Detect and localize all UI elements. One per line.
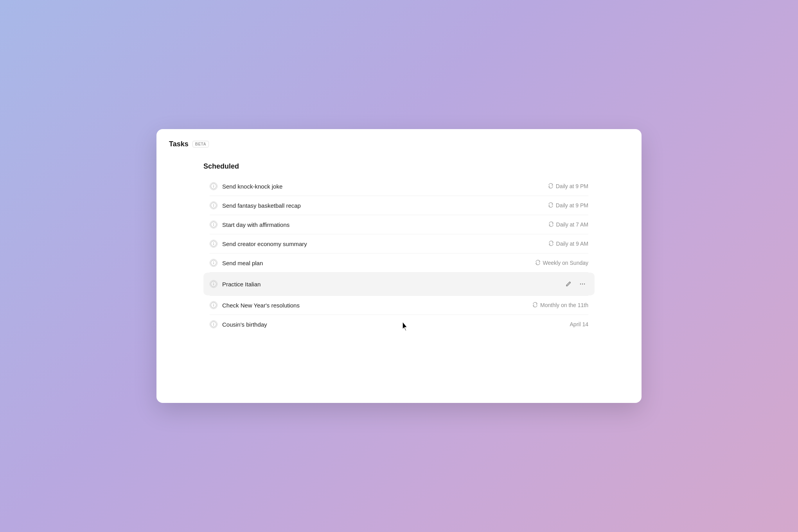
schedule-text: April 14: [570, 321, 588, 327]
task-row[interactable]: Send creator economy summaryDaily at 9 A…: [203, 234, 595, 253]
task-info-icon[interactable]: [210, 320, 217, 328]
schedule-text: Daily at 9 PM: [556, 202, 588, 208]
task-name: Send fantasy basketball recap: [222, 202, 301, 209]
task-schedule: Daily at 7 AM: [548, 221, 588, 228]
repeat-icon: [548, 221, 554, 228]
repeat-icon: [548, 183, 554, 190]
task-info-icon[interactable]: [210, 280, 217, 288]
main-content: Scheduled Send knock-knock jokeDaily at …: [156, 155, 642, 341]
task-name: Send knock-knock joke: [222, 183, 282, 190]
svg-point-1: [213, 185, 214, 186]
repeat-icon: [535, 260, 541, 266]
svg-rect-26: [213, 324, 214, 326]
task-left: Start day with affirmations: [210, 221, 289, 228]
task-info-icon[interactable]: [210, 240, 217, 248]
schedule-text: Daily at 7 AM: [556, 221, 588, 228]
task-left: Send knock-knock joke: [210, 182, 282, 190]
task-row[interactable]: Send meal planWeekly on Sunday: [203, 253, 595, 272]
svg-point-13: [213, 262, 214, 262]
edit-button[interactable]: [563, 278, 574, 290]
svg-point-10: [213, 243, 214, 243]
svg-rect-2: [213, 186, 214, 188]
schedule-text: Monthly on the 11th: [540, 302, 588, 308]
svg-rect-17: [213, 284, 214, 286]
window-header: Tasks BETA: [156, 129, 642, 155]
task-schedule: Monthly on the 11th: [532, 302, 588, 309]
app-title: Tasks: [169, 140, 189, 148]
schedule-text: Daily at 9 PM: [556, 183, 588, 189]
svg-point-25: [213, 323, 214, 324]
task-schedule: April 14: [570, 321, 588, 327]
task-left: Send creator economy summary: [210, 240, 307, 248]
section-title: Scheduled: [203, 162, 595, 171]
svg-point-18: [580, 284, 581, 284]
task-right: Weekly on Sunday: [535, 260, 588, 266]
svg-rect-11: [213, 244, 214, 245]
task-row[interactable]: Cousin's birthdayApril 14: [203, 315, 595, 334]
svg-point-19: [582, 284, 583, 284]
task-info-icon[interactable]: [210, 301, 217, 309]
task-info-icon[interactable]: [210, 221, 217, 228]
task-schedule: Daily at 9 AM: [548, 241, 588, 247]
task-right: April 14: [570, 321, 588, 327]
repeat-icon: [548, 241, 554, 247]
svg-point-22: [213, 304, 214, 305]
task-info-icon[interactable]: [210, 182, 217, 190]
task-left: Check New Year's resolutions: [210, 301, 300, 309]
task-left: Send fantasy basketball recap: [210, 201, 301, 209]
svg-rect-5: [213, 205, 214, 207]
task-row[interactable]: Check New Year's resolutionsMonthly on t…: [203, 296, 595, 315]
task-right: Daily at 7 AM: [548, 221, 588, 228]
task-right: Daily at 9 PM: [548, 202, 588, 209]
task-left: Cousin's birthday: [210, 320, 267, 328]
task-name: Send meal plan: [222, 260, 263, 266]
task-schedule: Daily at 9 PM: [548, 202, 588, 209]
task-left: Send meal plan: [210, 259, 263, 267]
svg-point-16: [213, 283, 214, 284]
repeat-icon: [548, 202, 554, 209]
task-name: Send creator economy summary: [222, 241, 307, 247]
more-button[interactable]: [577, 278, 588, 290]
task-schedule: Daily at 9 PM: [548, 183, 588, 190]
app-window: Tasks BETA Scheduled Send knock-knock jo…: [156, 129, 642, 403]
svg-point-20: [584, 284, 585, 284]
task-info-icon[interactable]: [210, 259, 217, 267]
task-name: Cousin's birthday: [222, 321, 267, 328]
task-right: [563, 278, 588, 290]
task-name: Start day with affirmations: [222, 221, 289, 228]
task-right: Daily at 9 PM: [548, 183, 588, 190]
task-actions: [563, 278, 588, 290]
task-left: Practice Italian: [210, 280, 261, 288]
repeat-icon: [532, 302, 538, 309]
task-right: Daily at 9 AM: [548, 241, 588, 247]
schedule-text: Daily at 9 AM: [556, 241, 588, 247]
svg-point-4: [213, 204, 214, 205]
task-list: Send knock-knock jokeDaily at 9 PMSend f…: [203, 177, 595, 334]
task-schedule: Weekly on Sunday: [535, 260, 588, 266]
task-row[interactable]: Send fantasy basketball recapDaily at 9 …: [203, 196, 595, 215]
svg-point-7: [213, 223, 214, 224]
task-info-icon[interactable]: [210, 201, 217, 209]
svg-rect-8: [213, 225, 214, 226]
svg-rect-23: [213, 305, 214, 307]
task-name: Practice Italian: [222, 281, 261, 288]
task-row[interactable]: Practice Italian: [203, 273, 595, 295]
task-name: Check New Year's resolutions: [222, 302, 300, 309]
task-row[interactable]: Start day with affirmationsDaily at 7 AM: [203, 215, 595, 234]
task-row[interactable]: Send knock-knock jokeDaily at 9 PM: [203, 177, 595, 196]
task-right: Monthly on the 11th: [532, 302, 588, 309]
beta-badge: BETA: [192, 141, 209, 147]
svg-rect-14: [213, 263, 214, 264]
schedule-text: Weekly on Sunday: [543, 260, 588, 266]
